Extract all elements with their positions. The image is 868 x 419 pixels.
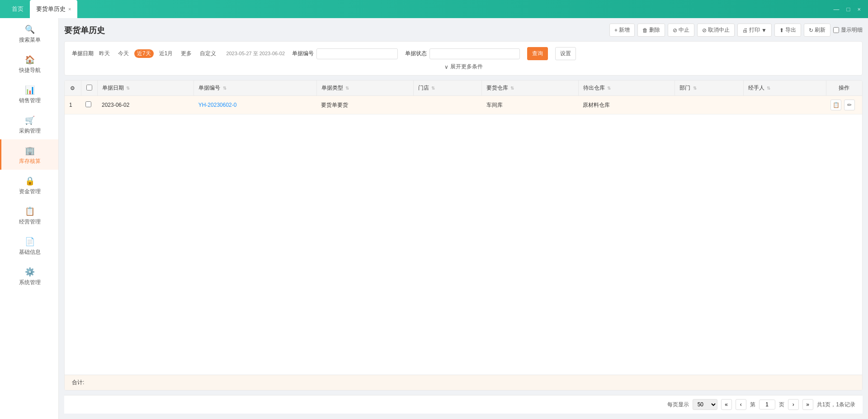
- sort-doc-type-icon[interactable]: ⇅: [345, 86, 349, 90]
- row-doc-number: YH-20230602-0: [194, 96, 317, 114]
- sort-doc-date-icon[interactable]: ⇅: [126, 86, 130, 90]
- table-container: ⚙ 单据日期 ⇅ 单据编号 ⇅ 单据类型 ⇅: [64, 80, 863, 390]
- row-req-warehouse: 车间库: [482, 96, 579, 114]
- stop-button[interactable]: ⊘ 中止: [668, 24, 694, 37]
- row-view-button[interactable]: 📋: [830, 100, 841, 110]
- first-page-button[interactable]: «: [721, 399, 732, 410]
- sidebar-item-search-menu[interactable]: 🔍 搜索菜单: [0, 18, 58, 48]
- tab-home[interactable]: 首页: [5, 0, 30, 18]
- doc-number-link[interactable]: YH-20230602-0: [198, 102, 237, 108]
- row-actions: 📋 ✏: [826, 96, 862, 114]
- th-handler: 经手人 ⇅: [743, 81, 826, 96]
- sort-store-icon[interactable]: ⇅: [431, 86, 435, 90]
- sidebar-item-system-mgmt[interactable]: ⚙️ 系统管理: [0, 261, 58, 291]
- tab-requisition-history[interactable]: 要货单历史 ×: [30, 0, 77, 18]
- chevron-down-icon: ∨: [444, 64, 448, 70]
- more-shortcut[interactable]: 更多: [178, 49, 194, 58]
- query-button[interactable]: 查询: [527, 47, 548, 60]
- display-detail-toggle[interactable]: 显示明细: [833, 26, 863, 34]
- table-header-row: ⚙ 单据日期 ⇅ 单据编号 ⇅ 单据类型 ⇅: [65, 81, 862, 96]
- table-row: 1 2023-06-02 YH-20230602-0 要货单要货 车间库 原材料…: [65, 96, 862, 114]
- display-detail-checkbox[interactable]: [833, 27, 839, 33]
- th-doc-date: 单据日期 ⇅: [97, 81, 194, 96]
- row-doc-type: 要货单要货: [316, 96, 413, 114]
- th-req-warehouse: 要货仓库 ⇅: [482, 81, 579, 96]
- top-bar: 首页 要货单历史 × — □ ×: [0, 0, 868, 18]
- sidebar-item-purchase-mgmt[interactable]: 🛒 采购管理: [0, 109, 58, 139]
- custom-shortcut[interactable]: 自定义: [197, 49, 219, 58]
- th-store: 门店 ⇅: [413, 81, 481, 96]
- sort-pending-warehouse-icon[interactable]: ⇅: [607, 86, 611, 90]
- page-header: 要货单历史 + 新增 🗑 删除 ⊘ 中止 ⊘ 取消中止: [64, 24, 863, 37]
- sidebar-item-quick-nav[interactable]: 🏠 快捷导航: [0, 48, 58, 79]
- row-handler: [743, 96, 826, 114]
- page-number-input[interactable]: [759, 400, 775, 409]
- expand-more-button[interactable]: ∨ 展开更多条件: [72, 60, 855, 71]
- last-page-button[interactable]: »: [802, 399, 813, 410]
- sidebar-item-ops-mgmt[interactable]: 📋 经营管理: [0, 200, 58, 230]
- sidebar-item-inventory-calc[interactable]: 🏢 库存核算: [0, 139, 58, 170]
- sidebar-item-finance-mgmt[interactable]: 🔒 资金管理: [0, 170, 58, 200]
- refresh-button[interactable]: ↻ 刷新: [804, 24, 830, 37]
- tab-close-icon[interactable]: ×: [68, 6, 71, 12]
- print-button[interactable]: 🖨 打印 ▼: [737, 24, 772, 37]
- doc-number-filter: 单据编号: [292, 48, 398, 59]
- date-range-display: 2023-05-27 至 2023-06-02: [226, 50, 285, 57]
- close-window-button[interactable]: ×: [855, 5, 863, 14]
- page-size-label: 每页显示: [667, 401, 689, 409]
- th-department: 部门 ⇅: [675, 81, 743, 96]
- header-actions: + 新增 🗑 删除 ⊘ 中止 ⊘ 取消中止 🖨 打印: [609, 24, 863, 37]
- sidebar-item-sales-mgmt[interactable]: 📊 销售管理: [0, 79, 58, 109]
- stop-icon: ⊘: [673, 27, 677, 33]
- prev-page-button[interactable]: ‹: [736, 399, 746, 410]
- th-check[interactable]: [81, 81, 97, 96]
- today-shortcut[interactable]: 今天: [115, 49, 132, 58]
- inventory-calc-icon: 🏢: [25, 146, 35, 156]
- sort-handler-icon[interactable]: ⇅: [767, 86, 770, 90]
- settings-button[interactable]: 设置: [555, 47, 576, 60]
- row-department: [675, 96, 743, 114]
- doc-number-input[interactable]: [316, 48, 398, 59]
- sort-req-warehouse-icon[interactable]: ⇅: [510, 86, 514, 90]
- th-settings[interactable]: ⚙: [65, 81, 81, 96]
- last1month-shortcut[interactable]: 近1月: [156, 49, 176, 58]
- print-dropdown-icon: ▼: [761, 27, 767, 33]
- system-mgmt-icon: ⚙️: [25, 267, 35, 277]
- export-button[interactable]: ⬆ 导出: [774, 24, 801, 37]
- date-shortcuts: 昨天 今天 近7天 近1月 更多 自定义: [96, 49, 219, 58]
- ops-mgmt-icon: 📋: [25, 206, 35, 216]
- table-footer: 合计:: [65, 375, 862, 390]
- th-doc-number: 单据编号 ⇅: [194, 81, 317, 96]
- doc-status-select[interactable]: [429, 48, 520, 59]
- maximize-button[interactable]: □: [845, 5, 852, 14]
- sort-department-icon[interactable]: ⇅: [693, 86, 697, 90]
- pagination-area: 每页显示 50 10 20 100 « ‹ 第 页 › » 共1页，1条记录: [64, 395, 863, 414]
- quick-nav-icon: 🏠: [25, 55, 35, 65]
- new-icon: +: [614, 27, 618, 33]
- sidebar: 🔍 搜索菜单 🏠 快捷导航 📊 销售管理 🛒 采购管理 🏢 库存核算 🔒 资金管…: [0, 18, 59, 419]
- delete-button[interactable]: 🗑 删除: [637, 24, 665, 37]
- page-label-last: 页: [779, 401, 784, 409]
- cancel-stop-icon: ⊘: [702, 27, 707, 33]
- doc-number-label: 单据编号: [292, 50, 314, 57]
- purchase-mgmt-icon: 🛒: [25, 115, 35, 125]
- delete-icon: 🗑: [642, 27, 648, 33]
- row-check[interactable]: [81, 96, 97, 114]
- page-label-first: 第: [750, 401, 755, 409]
- doc-status-label: 单据状态: [405, 50, 427, 57]
- date-filter: 单据日期 昨天 今天 近7天 近1月 更多 自定义: [72, 49, 219, 58]
- yesterday-shortcut[interactable]: 昨天: [96, 49, 113, 58]
- row-checkbox[interactable]: [85, 101, 91, 107]
- minimize-button[interactable]: —: [832, 5, 841, 14]
- sort-doc-number-icon[interactable]: ⇅: [223, 86, 226, 90]
- last7days-shortcut[interactable]: 近7天: [134, 49, 154, 58]
- row-edit-button[interactable]: ✏: [844, 100, 855, 110]
- row-doc-date: 2023-06-02: [97, 96, 194, 114]
- sidebar-item-basic-info[interactable]: 📄 基础信息: [0, 230, 58, 261]
- next-page-button[interactable]: ›: [788, 399, 799, 410]
- pagination-summary: 共1页，1条记录: [817, 401, 855, 409]
- page-size-select[interactable]: 50 10 20 100: [693, 399, 717, 410]
- cancel-stop-button[interactable]: ⊘ 取消中止: [697, 24, 735, 37]
- new-button[interactable]: + 新增: [609, 24, 635, 37]
- select-all-checkbox[interactable]: [86, 85, 92, 90]
